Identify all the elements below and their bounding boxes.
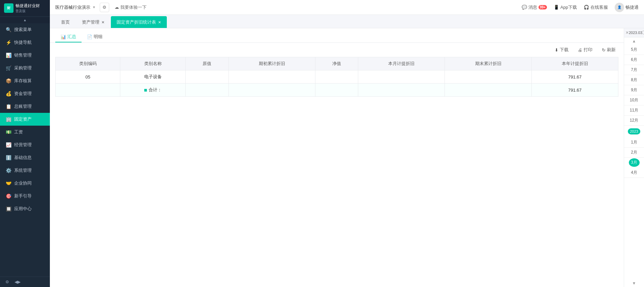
- table-row[interactable]: 05电子设备791.67: [56, 70, 618, 84]
- nav-label-system: 系统管理: [14, 167, 32, 173]
- month-item[interactable]: 4月: [624, 168, 644, 178]
- nav-icon-inventory: 📦: [5, 78, 11, 84]
- sidebar-item-quick-nav[interactable]: ⚡快捷导航: [0, 36, 50, 49]
- nav-label-app-center: 应用中心: [14, 206, 32, 212]
- table-cell: [315, 70, 358, 84]
- tab-home[interactable]: 首页: [55, 16, 75, 28]
- inner-tab-summary[interactable]: 📊汇总: [55, 32, 82, 42]
- table-cell: 05: [56, 70, 120, 84]
- sidebar-item-guide[interactable]: 🎯新手引导: [0, 190, 50, 202]
- month-item[interactable]: 1月: [624, 137, 644, 148]
- date-panel: ✕ 2023.03 ⛶ ▲ 5月6月7月8月9月10月11月12月20231月2…: [624, 28, 644, 287]
- sidebar-item-system[interactable]: ⚙️系统管理: [0, 164, 50, 177]
- inner-tab-label-summary: 汇总: [67, 34, 76, 40]
- settings-button[interactable]: ⚙: [100, 3, 109, 12]
- tab-depreciation[interactable]: 固定资产折旧统计表✕: [111, 16, 167, 28]
- date-scroll-down[interactable]: ▼: [631, 280, 638, 287]
- experience-label: 我要体验一下: [120, 4, 147, 10]
- sidebar-item-ledger[interactable]: 📋总账管理: [0, 100, 50, 113]
- nav-icon-purchase: 🛒: [5, 65, 11, 71]
- messages-button[interactable]: 💬 消息 99+: [522, 4, 547, 10]
- tab-close-asset-mgmt[interactable]: ✕: [101, 20, 104, 25]
- nav-label-basic-info: 基础信息: [14, 155, 32, 161]
- cloud-icon: ☁: [115, 5, 119, 10]
- sidebar-item-basic-info[interactable]: ℹ️基础信息: [0, 151, 50, 164]
- date-panel-expand-icon[interactable]: ⛶: [642, 30, 644, 35]
- inner-tab-icon-summary: 📊: [61, 34, 66, 39]
- month-item[interactable]: 9月: [624, 85, 644, 95]
- sidebar-item-payroll[interactable]: 💵工资: [0, 126, 50, 138]
- sidebar-item-sales[interactable]: 📊销售管理: [0, 49, 50, 62]
- nav-label-payroll: 工资: [14, 129, 23, 135]
- tab-close-depreciation[interactable]: ✕: [158, 20, 161, 25]
- month-item[interactable]: 6月: [624, 55, 644, 65]
- year-badge[interactable]: 2023: [628, 128, 640, 135]
- sidebar-item-capital[interactable]: 💰资金管理: [0, 87, 50, 100]
- download-button[interactable]: ⬇ 下载: [552, 45, 571, 54]
- nav-label-operations: 经营管理: [14, 142, 32, 148]
- col-header: 净值: [315, 57, 358, 70]
- month-item[interactable]: 12月: [624, 116, 644, 126]
- app-download-button[interactable]: 📱 App下载: [554, 4, 577, 10]
- nav-icon-quick-nav: ⚡: [5, 40, 11, 45]
- inner-tab-icon-detail: 📄: [87, 34, 92, 39]
- refresh-button[interactable]: ↻ 刷新: [599, 45, 618, 54]
- nav-icon-payroll: 💵: [5, 129, 11, 135]
- user-menu[interactable]: 👤 畅捷通: [615, 3, 639, 12]
- print-button[interactable]: 🖨 打印: [575, 45, 595, 54]
- nav-icon-fixed-assets: 🏢: [5, 117, 11, 122]
- toolbar: ⬇ 下载 🖨 打印 ↻ 刷新: [50, 43, 624, 57]
- month-item[interactable]: 8月: [624, 75, 644, 85]
- sidebar-item-search[interactable]: 🔍搜索菜单: [0, 23, 50, 36]
- tab-label-depreciation: 固定资产折旧统计表: [117, 19, 156, 25]
- sidebar-scroll-up[interactable]: ▲: [0, 17, 50, 23]
- company-selector[interactable]: 医疗器械行业演示 ▼: [55, 4, 96, 10]
- download-icon: ⬇: [555, 47, 558, 53]
- nav-icon-enterprise: 🤝: [5, 181, 11, 186]
- experience-button[interactable]: ☁ 我要体验一下: [115, 4, 147, 10]
- sidebar-collapse-icon[interactable]: ◀▶: [14, 280, 21, 284]
- month-item[interactable]: 5月: [624, 45, 644, 55]
- total-cell: [56, 84, 120, 97]
- date-scroll-up[interactable]: ▲: [631, 37, 638, 45]
- sidebar-nav: 🔍搜索菜单⚡快捷导航📊销售管理🛒采购管理📦库存核算💰资金管理📋总账管理🏢固定资产…: [0, 23, 50, 277]
- app-icon: 📱: [554, 5, 559, 10]
- sidebar-item-purchase[interactable]: 🛒采购管理: [0, 62, 50, 74]
- content-area: 📊汇总📄明细 ⬇ 下载 🖨 打印 ↻ 刷新 类别编码类: [50, 28, 644, 287]
- user-name: 畅捷通: [625, 4, 639, 10]
- month-item[interactable]: 7月: [624, 65, 644, 75]
- logo-icon: 财: [4, 3, 13, 13]
- topbar-right: 💬 消息 99+ 📱 App下载 🎧 在线客服 👤 畅捷通: [522, 3, 639, 12]
- total-cell: ◼ 合计：: [120, 84, 186, 97]
- nav-label-quick-nav: 快捷导航: [14, 39, 32, 45]
- date-panel-close-icon[interactable]: ✕: [625, 30, 629, 35]
- nav-icon-capital: 💰: [5, 91, 11, 96]
- total-cell: [228, 84, 315, 97]
- sidebar-item-enterprise[interactable]: 🤝企业协同: [0, 177, 50, 190]
- sidebar-item-inventory[interactable]: 📦库存核算: [0, 74, 50, 87]
- content-main: 📊汇总📄明细 ⬇ 下载 🖨 打印 ↻ 刷新 类别编码类: [50, 28, 624, 287]
- date-panel-title: 2023.03: [629, 31, 642, 35]
- month-item[interactable]: 11月: [624, 105, 644, 116]
- app-logo: 财 畅捷通好业财 普及版: [0, 0, 50, 17]
- online-service-button[interactable]: 🎧 在线客服: [584, 4, 608, 10]
- sidebar-item-app-center[interactable]: 🔲应用中心: [0, 202, 50, 215]
- inner-tab-detail[interactable]: 📄明细: [82, 32, 108, 42]
- avatar: 👤: [615, 3, 624, 12]
- month-item[interactable]: 3月: [629, 158, 640, 167]
- month-item[interactable]: 2月: [624, 148, 644, 158]
- settings-icon: ⚙: [102, 5, 106, 10]
- sidebar-item-operations[interactable]: 📈经营管理: [0, 138, 50, 151]
- table-cell: 791.67: [531, 70, 618, 84]
- total-cell: [445, 84, 531, 97]
- nav-icon-app-center: 🔲: [5, 206, 11, 212]
- refresh-icon: ↻: [602, 47, 606, 53]
- sidebar-item-fixed-assets[interactable]: 🏢固定资产: [0, 113, 50, 126]
- month-item[interactable]: 10月: [624, 95, 644, 105]
- nav-label-fixed-assets: 固定资产: [14, 116, 32, 122]
- tab-asset-mgmt[interactable]: 资产管理✕: [76, 16, 110, 28]
- sidebar-settings-icon[interactable]: ⚙: [5, 280, 9, 284]
- messages-label: 消息: [528, 4, 537, 10]
- inner-tabbar: 📊汇总📄明细: [50, 28, 624, 43]
- col-header: 本月计提折旧: [358, 57, 445, 70]
